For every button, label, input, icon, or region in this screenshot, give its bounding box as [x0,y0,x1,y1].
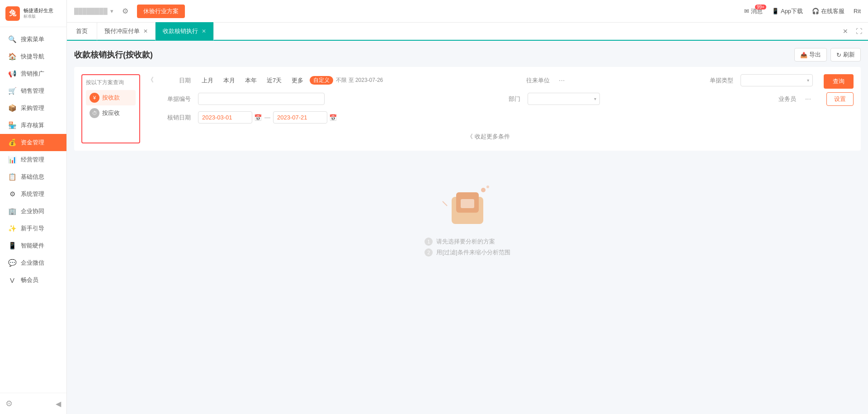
logo-icon: 兔 [5,6,20,21]
app-download-btn[interactable]: 📱 App下载 [772,7,803,15]
online-service-label: 在线客服 [821,7,844,15]
shortcut-this-month[interactable]: 本月 [220,76,239,86]
dept-select[interactable] [528,93,600,105]
sidebar-item-畅会员[interactable]: V 畅会员 [0,271,66,289]
tab-prepay-close[interactable]: ✕ [143,28,148,34]
menu-icon: 🏪 [8,121,16,129]
filter-panel: 按以下方案查询 ¥ 按收款 ⏱ 按应收 《 日期 上月 [74,67,861,151]
filter-option-by-receipt[interactable]: ¥ 按收款 [86,90,136,105]
collapse-more-btn[interactable]: 《 收起更多条件 [164,130,813,143]
setting-btn[interactable]: 设置 [826,92,854,106]
shortcut-last-month[interactable]: 上月 [198,76,217,86]
writeoff-start-calendar-icon[interactable]: 📅 [254,114,262,121]
menu-icon: 💬 [8,259,16,267]
writeoff-start-input[interactable] [198,111,252,124]
empty-hint-2: 2 用[过滤]条件来缩小分析范围 [425,248,510,257]
sidebar-item-搜索菜单[interactable]: 🔍 搜索菜单 [0,31,66,48]
online-service-btn[interactable]: 🎧 在线客服 [812,7,844,15]
menu-icon: 📋 [8,173,16,181]
filter-row-1: 日期 上月 本月 本年 近7天 更多 自定义 不限 至 2023-07-26 往… [164,74,813,86]
topbar-dropdown-icon[interactable]: ▾ [110,8,113,14]
collapse-sidebar-btn[interactable]: ◀ [56,400,61,408]
shortcut-7days[interactable]: 近7天 [263,76,285,86]
menu-label: 搜索菜单 [21,35,44,43]
writeoff-date-range: 📅 — 📅 [198,111,337,124]
tab-writeoff-close[interactable]: ✕ [202,28,206,34]
sidebar-item-销售管理[interactable]: 🛒 销售管理 [0,82,66,100]
svg-rect-2 [461,199,474,208]
menu-icon: ✨ [8,224,16,233]
tabbar-actions: ✕ ⛶ [840,26,868,37]
query-btn[interactable]: 查询 [824,74,854,89]
date-shortcut-group: 上月 本月 本年 近7天 更多 自定义 不限 至 2023-07-26 [198,76,383,86]
empty-illustration [440,183,495,228]
topbar-right: ✉ 消息 99+ 📱 App下载 🎧 在线客服 Rit [744,7,861,15]
sidebar-item-企业微信[interactable]: 💬 企业微信 [0,254,66,271]
date-no-limit: 不限 至 2023-07-26 [336,76,383,84]
menu-label: 智能硬件 [21,242,44,250]
filter-collapse-btn[interactable]: 《 [147,74,156,143]
tab-home[interactable]: 首页 [67,22,97,40]
user-name[interactable]: Rit [854,8,861,14]
doc-type-select[interactable] [741,74,813,86]
tab-prepay[interactable]: 预付冲应付单 ✕ [97,22,156,40]
receivable-icon: ⏱ [90,108,99,118]
menu-label: 新手引导 [21,224,44,233]
sidebar-menu: 🔍 搜索菜单 🏠 快捷导航 📢 营销推广 🛒 销售管理 📦 采购管理 🏪 库存核… [0,27,66,393]
menu-label: 系统管理 [21,190,44,198]
shortcut-more[interactable]: 更多 [288,76,307,86]
filter-fields: 日期 上月 本月 本年 近7天 更多 自定义 不限 至 2023-07-26 往… [164,74,813,143]
export-icon: 📤 [800,52,807,58]
tab-close-all-btn[interactable]: ✕ [840,26,851,37]
sidebar-item-采购管理[interactable]: 📦 采购管理 [0,100,66,117]
doc-type-label: 单据类型 [706,76,733,85]
main-area: ████████ ▾ ⚙ 休验行业方案 ✉ 消息 99+ 📱 App下载 🎧 在… [67,0,868,414]
menu-icon: 🏢 [8,207,16,215]
sidebar-item-资金管理[interactable]: 💰 资金管理 [0,134,66,151]
empty-hint-1: 1 请先选择要分析的方案 [425,238,510,246]
tab-fullscreen-btn[interactable]: ⛶ [854,26,864,37]
sidebar-item-企业协同[interactable]: 🏢 企业协同 [0,203,66,220]
date-label: 日期 [164,76,191,85]
menu-icon: 📱 [8,242,16,250]
sidebar-item-营销推广[interactable]: 📢 营销推广 [0,65,66,82]
tab-writeoff[interactable]: 收款核销执行 ✕ [156,22,214,40]
content: 收款核销执行(按收款) 📤 导出 ↻ 刷新 按以下方案查询 ¥ 按收款 [67,41,868,414]
writeoff-end-input[interactable] [273,111,327,124]
topbar-settings-btn[interactable]: ⚙ [119,5,132,18]
sidebar-footer: ⚙ ◀ [0,393,66,414]
counterparty-ellipsis[interactable]: ··· [557,76,566,85]
settings-icon[interactable]: ⚙ [5,399,13,409]
writeoff-end-calendar-icon[interactable]: 📅 [329,114,337,121]
message-btn[interactable]: ✉ 消息 99+ [744,7,763,15]
industry-btn[interactable]: 休验行业方案 [137,5,185,18]
hint-num-1: 1 [425,238,433,246]
message-badge: 99+ [755,5,766,10]
sidebar-item-经营管理[interactable]: 📊 经营管理 [0,151,66,168]
sidebar-item-库存核算[interactable]: 🏪 库存核算 [0,117,66,134]
logo-text-wrapper: 畅捷通好生意 标准版 [24,7,53,19]
menu-icon: 📦 [8,104,16,112]
page-title: 收款核销执行(按收款) [74,49,153,60]
menu-label: 畅会员 [21,276,38,284]
sidebar-logo: 兔 畅捷通好生意 标准版 [0,0,66,27]
sidebar-item-系统管理[interactable]: ⚙ 系统管理 [0,186,66,203]
sidebar-item-快捷导航[interactable]: 🏠 快捷导航 [0,48,66,65]
salesperson-ellipsis[interactable]: ··· [803,95,813,103]
sidebar-item-智能硬件[interactable]: 📱 智能硬件 [0,237,66,254]
page-header: 收款核销执行(按收款) 📤 导出 ↻ 刷新 [74,48,861,62]
shortcut-custom[interactable]: 自定义 [310,76,333,85]
sidebar-item-基础信息[interactable]: 📋 基础信息 [0,168,66,186]
sidebar-item-新手引导[interactable]: ✨ 新手引导 [0,220,66,237]
svg-point-4 [486,186,489,188]
export-btn[interactable]: 📤 导出 [794,48,827,62]
filter-option-by-receivable[interactable]: ⏱ 按应收 [86,105,136,121]
shortcut-this-year[interactable]: 本年 [241,76,260,86]
menu-icon: 🔍 [8,35,16,43]
filter-sidebar-title: 按以下方案查询 [86,79,136,86]
refresh-btn[interactable]: ↻ 刷新 [830,48,861,62]
page-actions: 📤 导出 ↻ 刷新 [794,48,861,62]
hint-num-2: 2 [425,248,433,257]
doc-num-input[interactable] [198,93,325,105]
topbar-brand-text: ████████ [74,8,108,14]
